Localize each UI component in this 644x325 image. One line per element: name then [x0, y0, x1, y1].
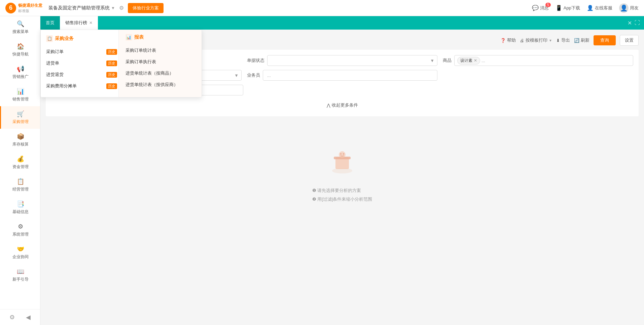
- sidebar-item-marketing[interactable]: 📢 营销推广: [0, 61, 40, 84]
- tab-spacer: [98, 16, 623, 30]
- online-service-action[interactable]: 👤 在线客服: [587, 5, 612, 11]
- purchase-col: 📋 采购业务 采购订单 历史 进货单 历史 进货退货 历史 采购费用分摊单 历史: [46, 35, 117, 92]
- history-badge-3: 历史: [106, 83, 117, 89]
- goods-filter: 商品 设计素 ✕ ...: [443, 55, 633, 66]
- collapse-sidebar-icon[interactable]: ◀: [26, 314, 31, 321]
- sidebar-item-system[interactable]: ⚙ 系统管理: [0, 219, 40, 241]
- history-badge-2: 历史: [106, 72, 117, 78]
- tab-bar: 首页 销售排行榜 ✕ ✕ ⛶: [40, 16, 644, 30]
- dropdown-item-report-3[interactable]: 进货单统计表（按供应商）: [126, 79, 196, 90]
- tab-close-icon[interactable]: ✕: [89, 21, 93, 25]
- salesman-input[interactable]: ...: [263, 70, 437, 81]
- sidebar-item-finance[interactable]: 💰 资金管理: [0, 151, 40, 174]
- sidebar-item-operations[interactable]: 📋 经营管理: [0, 174, 40, 196]
- tab-home[interactable]: 首页: [40, 16, 60, 30]
- history-badge-1: 历史: [106, 60, 117, 66]
- report-col-icon: 📊: [126, 34, 132, 41]
- header-center: 装备及固定资产辅助管理系统 ▼ ⚙ 体验行业方案: [46, 3, 532, 13]
- tab-maximize-icon[interactable]: ⛶: [635, 20, 640, 26]
- sidebar-bottom: ⚙ ◀: [0, 309, 40, 325]
- help-icon: ❓: [500, 38, 506, 43]
- report-col-title: 📊 报表: [126, 34, 196, 41]
- dropdown-item-report-1[interactable]: 采购订单执行表: [126, 56, 196, 68]
- logo-area: 6 畅捷通好生意 标准版: [5, 3, 46, 13]
- header-right: 💬 消息 5 📱 App下载 👤 在线客服 👤 用友: [532, 3, 639, 13]
- operations-icon: 📋: [17, 178, 24, 185]
- purchase-col-icon: 📋: [46, 35, 53, 42]
- dropdown-item-expense[interactable]: 采购费用分摊单 历史: [46, 80, 117, 92]
- svg-point-4: [340, 153, 342, 155]
- settings-bottom-icon[interactable]: ⚙: [9, 314, 15, 321]
- guide-icon: 📖: [17, 268, 24, 275]
- dropdown-item-report-0[interactable]: 采购订单统计表: [126, 45, 196, 56]
- sidebar-item-enterprise[interactable]: 🤝 企业协同: [0, 241, 40, 264]
- doc-status-input[interactable]: ▼: [267, 55, 437, 66]
- app-download-action[interactable]: 📱 App下载: [556, 5, 580, 11]
- sidebar-item-quick[interactable]: 🏠 快捷导航: [0, 39, 40, 61]
- megaphone-icon: 📢: [17, 65, 24, 73]
- user-avatar: 👤: [619, 3, 629, 13]
- collapse-btn[interactable]: ⋀ 收起更多条件: [324, 99, 361, 111]
- user-action[interactable]: 👤 用友: [619, 3, 639, 13]
- print-dropdown-icon[interactable]: ▼: [549, 39, 552, 42]
- purchase-icon: 🛒: [17, 110, 24, 118]
- search-icon: 🔍: [17, 20, 24, 28]
- report-col: 📊 报表 采购订单统计表 采购订单执行表 进货单统计表（按商品） 进货单统计表（…: [118, 30, 202, 97]
- sidebar-item-purchase[interactable]: 🛒 采购管理: [0, 106, 40, 129]
- system-icon: ⚙: [18, 223, 23, 230]
- print-action[interactable]: 🖨 按模板打印 ▼: [520, 37, 552, 43]
- basic-icon: 📑: [17, 200, 24, 208]
- dropdown-item-inbound[interactable]: 进货单 历史: [46, 57, 117, 69]
- goods-input[interactable]: 设计素 ✕ ...: [454, 55, 633, 66]
- empty-state: ❶ 请先选择要分析的方案 ❷ 用[过滤]条件来缩小分析范围: [46, 120, 639, 231]
- doc-status-arrow: ▼: [430, 58, 434, 63]
- system-dropdown-arrow[interactable]: ▼: [111, 6, 115, 10]
- refresh-icon: 🔄: [574, 38, 579, 43]
- query-button[interactable]: 查询: [594, 35, 616, 45]
- top-header: 6 畅捷通好生意 标准版 装备及固定资产辅助管理系统 ▼ ⚙ 体验行业方案 💬 …: [0, 0, 644, 16]
- finance-icon: 💰: [17, 155, 24, 163]
- refresh-action[interactable]: 🔄 刷新: [574, 37, 589, 43]
- collapse-icon: ⋀: [327, 103, 330, 108]
- enterprise-icon: 🤝: [17, 245, 24, 253]
- svg-point-5: [343, 153, 344, 155]
- export-icon: ⬇: [556, 38, 560, 43]
- dropdown-item-return[interactable]: 进货退货 历史: [46, 69, 117, 80]
- sidebar-item-guide[interactable]: 📖 新手引导: [0, 264, 40, 286]
- sidebar-item-inventory[interactable]: 📦 库存核算: [0, 129, 40, 151]
- help-action[interactable]: ❓ 帮助: [500, 37, 516, 43]
- history-badge-0: 历史: [106, 49, 117, 55]
- sidebar-item-sales[interactable]: 📊 销售管理: [0, 84, 40, 106]
- tab-sales-rank[interactable]: 销售排行榜 ✕: [60, 16, 98, 30]
- system-settings-icon[interactable]: ⚙: [119, 5, 124, 11]
- empty-illustration: [325, 147, 359, 181]
- chart-icon: 📊: [17, 88, 24, 95]
- phone-icon: 📱: [556, 5, 562, 11]
- svg-point-3: [339, 151, 346, 158]
- inventory-icon: 📦: [17, 133, 24, 140]
- goods-tag: 设计素 ✕: [457, 57, 480, 65]
- export-action[interactable]: ⬇ 导出: [556, 37, 570, 43]
- purchase-col-title: 📋 采购业务: [46, 35, 117, 42]
- print-icon: 🖨: [520, 38, 524, 43]
- goods-tag-close[interactable]: ✕: [474, 58, 477, 63]
- industry-btn[interactable]: 体验行业方案: [128, 3, 164, 13]
- system-name: 装备及固定资产辅助管理系统 ▼: [48, 5, 115, 11]
- tab-actions: ✕ ⛶: [623, 16, 644, 30]
- rank-arrow: ▼: [234, 73, 239, 78]
- message-action[interactable]: 💬 消息 5: [532, 5, 549, 11]
- dropdown-item-report-2[interactable]: 进货单统计表（按商品）: [126, 68, 196, 79]
- home-icon: 🏠: [17, 43, 24, 50]
- app-logo-icon: 6: [5, 3, 16, 13]
- settings-button[interactable]: 设置: [620, 35, 639, 46]
- tab-minimize-icon[interactable]: ✕: [628, 20, 632, 26]
- sidebar-item-search[interactable]: 🔍 搜索菜单: [0, 16, 40, 39]
- empty-tips: ❶ 请先选择要分析的方案 ❷ 用[过滤]条件来缩小分析范围: [312, 186, 372, 204]
- dropdown-item-purchase-order[interactable]: 采购订单 历史: [46, 46, 117, 57]
- logo-text: 畅捷通好生意 标准版: [18, 3, 42, 13]
- doc-status-filter: 单据状态 ▼: [247, 55, 437, 66]
- purchase-dropdown-menu: 📋 采购业务 采购订单 历史 进货单 历史 进货退货 历史 采购费用分摊单 历史…: [40, 30, 202, 97]
- sidebar-item-basic[interactable]: 📑 基础信息: [0, 196, 40, 219]
- salesman-filter: 业务员 ...: [247, 70, 437, 81]
- message-icon: 💬: [532, 5, 539, 11]
